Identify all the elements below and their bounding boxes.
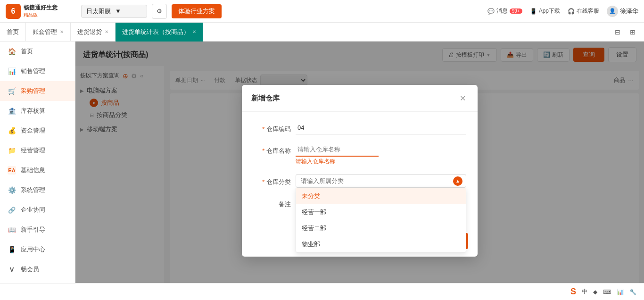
finance-icon: 💰 [8,126,16,135]
message-icon: 💬 [487,8,495,15]
sidebar-item-finance[interactable]: 💰 资金管理 [0,121,75,141]
settings-button[interactable]: ⚙ [152,4,167,19]
tab-account[interactable]: 账套管理 ✕ [26,23,71,42]
tab-home[interactable]: 首页 [0,23,26,42]
sidebar-item-home[interactable]: 🏠 首页 [0,42,75,61]
brand-icon: S [570,287,576,297]
category-label: * 仓库分类 [253,174,291,186]
inventory-icon: 🏦 [8,107,16,115]
dropdown-item-property[interactable]: 物业部 [296,236,466,252]
online-service-label: 在线客服 [577,7,599,15]
store-selector[interactable]: 日太阳膜 ▼ [81,5,147,18]
name-label: * 仓库名称 [253,143,291,155]
form-row-category: * 仓库分类 ▲ 未分类 经营一部 经营二部 物业部 [253,174,466,188]
code-input[interactable] [296,121,466,134]
modal-overlay: 新增仓库 ✕ * 仓库编码 [75,42,644,300]
sidebar-label-system: 系统管理 [21,186,45,194]
sidebar-item-inventory[interactable]: 🏦 库存核算 [0,101,75,121]
sidebar-label-basic-info: 基础信息 [21,166,45,175]
store-name: 日太阳膜 [86,7,113,16]
category-dropdown: 未分类 经营一部 经营二部 物业部 [296,188,466,253]
category-input[interactable] [296,174,466,188]
sidebar-label-membership: 畅会员 [21,265,39,274]
enterprise-icon: 🔗 [8,206,16,214]
tab-account-close[interactable]: ✕ [60,29,64,34]
sidebar: 🏠 首页 📊 销售管理 🛒 采购管理 🏦 库存核算 💰 资金管理 📁 经营管理 … [0,42,75,300]
nav-tabs: 首页 账套管理 ✕ 进货退货 ✕ 进货单统计表（按商品） ✕ ⊟ ⊞ [0,23,644,42]
modal-header: 新增仓库 ✕ [242,85,478,112]
sidebar-item-enterprise[interactable]: 🔗 企业协同 [0,200,75,220]
headset-icon: 🎧 [568,8,575,15]
sidebar-label-sales: 销售管理 [21,67,45,75]
sidebar-label-operations: 经营管理 [21,146,45,155]
main-layout: 🏠 首页 📊 销售管理 🛒 采购管理 🏦 库存核算 💰 资金管理 📁 经营管理 … [0,42,644,300]
message-label: 消息 [496,7,508,15]
trial-button[interactable]: 体验行业方案 [172,4,222,18]
notes-label: 备注 [253,196,291,208]
sidebar-label-purchase: 采购管理 [21,87,45,95]
chinese-input-icon[interactable]: 中 [582,288,587,296]
sidebar-item-purchase[interactable]: 🛒 采购管理 [0,81,75,101]
tab-expand-button[interactable]: ⊞ [625,25,640,40]
tab-account-label: 账套管理 [33,28,57,36]
top-header: 6 畅捷通好生意 精品版 日太阳膜 ▼ ⚙ 体验行业方案 💬 消息 99+ 📱 … [0,0,644,23]
name-input[interactable] [296,143,379,157]
app-center-icon: 📱 [8,245,16,254]
sales-icon: 📊 [8,67,16,75]
tool-icon[interactable]: 🔧 [629,289,636,295]
tab-purchase-stats-label: 进货单统计表（按商品） [122,28,190,36]
online-service-action[interactable]: 🎧 在线客服 [568,7,599,15]
message-badge: 99+ [510,8,522,14]
sidebar-item-basic-info[interactable]: EA 基础信息 [0,160,75,180]
sidebar-label-home: 首页 [21,47,33,56]
modal-add-warehouse: 新增仓库 ✕ * 仓库编码 [242,85,478,257]
logo-icon: 6 [6,4,21,19]
tab-minimize-button[interactable]: ⊟ [610,25,625,40]
tab-purchase-return-close[interactable]: ✕ [105,29,108,34]
membership-icon: V [8,265,16,274]
purchase-icon: 🛒 [8,87,16,95]
basic-info-icon: EA [8,166,16,175]
user-avatar: 👤 [607,6,618,17]
sidebar-item-operations[interactable]: 📁 经营管理 [0,141,75,160]
chevron-down-icon: ▼ [115,8,142,15]
sidebar-label-inventory: 库存核算 [21,107,45,115]
modal-title: 新增仓库 [251,94,280,103]
modal-body: * 仓库编码 * 仓库名称 [242,112,478,227]
form-row-name: * 仓库名称 请输入仓库名称 [253,143,466,166]
chart-icon[interactable]: 📊 [617,289,624,295]
sidebar-item-system[interactable]: ⚙️ 系统管理 [0,180,75,200]
form-row-code: * 仓库编码 [253,121,466,134]
message-action[interactable]: 💬 消息 99+ [487,7,522,15]
app-download-label: App下载 [539,7,560,15]
dropdown-item-ops1[interactable]: 经营一部 [296,204,466,220]
sidebar-item-sales[interactable]: 📊 销售管理 [0,61,75,81]
diamond-icon[interactable]: ◆ [593,289,597,295]
tab-purchase-stats-close[interactable]: ✕ [192,29,196,34]
select-up-arrow[interactable]: ▲ [453,176,462,186]
name-error-message: 请输入仓库名称 [296,158,379,166]
sidebar-label-guide: 新手引导 [21,225,45,234]
sidebar-label-enterprise: 企业协同 [21,206,45,214]
tab-actions: ⊟ ⊞ [610,25,644,40]
logo-text: 畅捷通好生意 精品版 [24,4,58,18]
logo-area: 6 畅捷通好生意 精品版 [6,4,76,19]
tab-purchase-stats[interactable]: 进货单统计表（按商品） ✕ [116,23,203,42]
home-icon: 🏠 [8,47,16,56]
sidebar-item-guide[interactable]: 📖 新手引导 [0,220,75,240]
tab-purchase-return[interactable]: 进货退货 ✕ [71,23,116,42]
sidebar-item-app-center[interactable]: 📱 应用中心 [0,240,75,259]
sidebar-item-membership[interactable]: V 畅会员 [0,259,75,279]
sidebar-label-finance: 资金管理 [21,126,45,135]
user-area[interactable]: 👤 徐泽华 [607,6,638,17]
content-area: 进货单统计(按商品) 🖨 按模板打印 ▼ 📤 导出 🔄 刷新 查询 设置 [75,42,644,300]
keyboard-icon[interactable]: ⌨ [603,289,611,295]
dropdown-item-uncategorized[interactable]: 未分类 [296,188,466,204]
guide-icon: 📖 [8,225,16,234]
header-right: 💬 消息 99+ 📱 App下载 🎧 在线客服 👤 徐泽华 [487,6,638,17]
app-download-action[interactable]: 📱 App下载 [530,7,560,15]
sidebar-label-app-center: 应用中心 [21,245,45,254]
modal-close-button[interactable]: ✕ [457,92,468,104]
dropdown-item-ops2[interactable]: 经营二部 [296,220,466,236]
username: 徐泽华 [620,7,638,16]
